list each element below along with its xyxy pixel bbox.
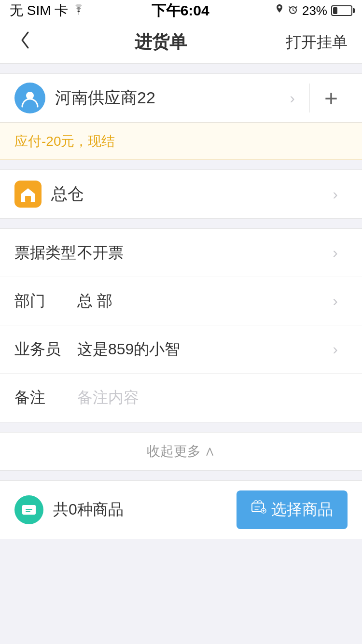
warehouse-name: 总仓 bbox=[51, 183, 333, 205]
collapse-row[interactable]: 收起更多 ∧ bbox=[0, 432, 362, 471]
supplier-name: 河南供应商22 bbox=[55, 87, 290, 109]
status-right: 23% bbox=[275, 3, 352, 18]
status-bar: 无 SIM 卡 下午6:04 23% bbox=[0, 0, 362, 21]
warning-banner: 应付-20元，现结 bbox=[0, 123, 362, 160]
svg-rect-2 bbox=[25, 196, 31, 202]
wifi-icon bbox=[72, 3, 85, 18]
invoice-type-row[interactable]: 票据类型 不开票 › bbox=[0, 229, 362, 277]
supplier-chevron-icon: › bbox=[290, 89, 295, 107]
add-supplier-button[interactable]: + bbox=[315, 80, 348, 116]
salesman-row[interactable]: 业务员 这是859的小智 › bbox=[0, 325, 362, 374]
content-area: 河南供应商22 › + 应付-20元，现结 总仓 › 票据类型 不开票 › bbox=[0, 73, 362, 644]
warehouse-card[interactable]: 总仓 › bbox=[0, 169, 362, 219]
back-button[interactable] bbox=[14, 26, 36, 59]
remark-input[interactable]: 备注内容 bbox=[77, 387, 348, 408]
product-cart-icon bbox=[14, 495, 43, 524]
supplier-avatar bbox=[14, 83, 45, 113]
status-time: 下午6:04 bbox=[152, 1, 209, 21]
department-value: 总 部 bbox=[77, 291, 333, 312]
remark-label: 备注 bbox=[14, 387, 77, 408]
invoice-type-label: 票据类型 bbox=[14, 242, 77, 264]
supplier-card[interactable]: 河南供应商22 › + bbox=[0, 73, 362, 123]
salesman-chevron-icon: › bbox=[333, 340, 338, 358]
department-chevron-icon: › bbox=[333, 292, 338, 310]
alarm-icon bbox=[288, 3, 298, 18]
carrier-text: 无 SIM 卡 bbox=[10, 1, 68, 20]
product-count-area: 共0种商品 bbox=[14, 495, 124, 524]
collapse-label: 收起更多 ∧ bbox=[147, 442, 216, 461]
nav-bar: 进货单 打开挂单 bbox=[0, 21, 362, 64]
page-title: 进货单 bbox=[135, 30, 187, 54]
warehouse-icon bbox=[14, 181, 42, 208]
department-row[interactable]: 部门 总 部 › bbox=[0, 277, 362, 325]
page-background bbox=[0, 539, 362, 644]
select-product-button[interactable]: 选择商品 bbox=[237, 490, 348, 529]
location-icon bbox=[275, 3, 284, 18]
warehouse-chevron-icon: › bbox=[333, 185, 338, 203]
form-card: 票据类型 不开票 › 部门 总 部 › 业务员 这是859的小智 › 备注 备注… bbox=[0, 228, 362, 422]
department-label: 部门 bbox=[14, 291, 77, 312]
open-pending-button[interactable]: 打开挂单 bbox=[286, 32, 348, 53]
supplier-row[interactable]: 河南供应商22 › bbox=[14, 74, 305, 122]
select-product-cart-icon bbox=[251, 500, 266, 519]
battery-icon bbox=[331, 5, 352, 16]
invoice-chevron-icon: › bbox=[333, 244, 338, 262]
vertical-divider bbox=[309, 84, 310, 112]
select-product-label: 选择商品 bbox=[271, 499, 333, 520]
warning-text: 应付-20元，现结 bbox=[14, 134, 115, 149]
bottom-bar: 共0种商品 选择商品 bbox=[0, 480, 362, 539]
salesman-label: 业务员 bbox=[14, 339, 77, 360]
status-left: 无 SIM 卡 bbox=[10, 1, 85, 20]
warehouse-row[interactable]: 总仓 › bbox=[14, 170, 348, 218]
product-count-text: 共0种商品 bbox=[53, 499, 124, 520]
remark-row[interactable]: 备注 备注内容 bbox=[0, 374, 362, 422]
salesman-value: 这是859的小智 bbox=[77, 339, 333, 360]
invoice-type-value: 不开票 bbox=[77, 242, 333, 264]
battery-text: 23% bbox=[302, 3, 327, 18]
